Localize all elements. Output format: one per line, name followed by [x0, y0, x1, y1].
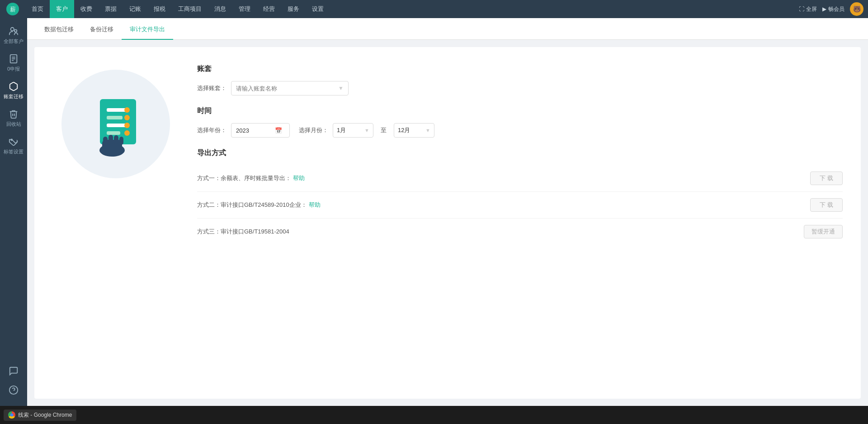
nav-account[interactable]: 记账 [123, 0, 147, 18]
taskbar: 线索 - Google Chrome [0, 406, 868, 424]
svg-rect-25 [119, 137, 123, 145]
nav-tax[interactable]: 报税 [147, 0, 172, 18]
time-form-row: 选择年份： 📅 选择月份： 1月 ▼ 至 12月 ▼ [197, 123, 843, 138]
export-method-2-help-link[interactable]: 帮助 [309, 201, 321, 208]
sidebar-help-button[interactable] [0, 381, 27, 399]
export-method-1-download-button[interactable]: 下 载 [810, 172, 843, 185]
account-select[interactable]: ▼ [231, 81, 349, 95]
chevron-down-icon: ▼ [364, 128, 369, 133]
content-area: 数据包迁移 备份迁移 审计文件导出 [27, 18, 868, 406]
sidebar-item-all-client[interactable]: 全部客户 [0, 22, 27, 49]
month-end-value: 12月 [398, 126, 410, 134]
year-label: 选择年份： [197, 126, 226, 134]
account-form-row: 选择账套： ▼ [197, 81, 843, 95]
account-input[interactable] [236, 85, 326, 92]
tab-backup-migration[interactable]: 备份迁移 [82, 20, 122, 40]
nav-invoice[interactable]: 票据 [99, 0, 123, 18]
export-method-1-label: 方式一：余额表、序时账批量导出：帮助 [197, 174, 806, 182]
sidebar-label-all-client: 全部客户 [4, 38, 24, 45]
page-body: 账套 选择账套： ▼ 时间 选择年份： 📅 选择月份： [34, 47, 861, 399]
nav-operation[interactable]: 经营 [257, 0, 281, 18]
month-end-select[interactable]: 12月 ▼ [394, 123, 434, 138]
top-navigation: 薪 首页 客户 收费 票据 记账 报税 工商项目 消息 管理 经营 服务 设置 … [0, 0, 868, 18]
account-label: 选择账套： [197, 84, 226, 92]
sidebar-item-recycle[interactable]: 回收站 [0, 105, 27, 132]
svg-rect-14 [107, 124, 127, 127]
svg-rect-23 [108, 135, 113, 145]
nav-manage[interactable]: 管理 [232, 0, 257, 18]
svg-rect-24 [114, 135, 118, 145]
tabs-bar: 数据包迁移 备份迁移 审计文件导出 [27, 18, 868, 40]
main-layout: 全部客户 0申报 账套迁移 [0, 18, 868, 406]
svg-rect-22 [103, 137, 108, 145]
tag-icon [9, 137, 19, 147]
nav-business[interactable]: 工商项目 [172, 0, 208, 18]
svg-point-17 [124, 115, 130, 120]
nav-message[interactable]: 消息 [208, 0, 232, 18]
export-method-1-row: 方式一：余额表、序时账批量导出：帮助 下 载 [197, 165, 843, 192]
trash-icon [9, 109, 19, 119]
tab-data-migration[interactable]: 数据包迁移 [36, 20, 82, 40]
illustration-circle [61, 70, 170, 178]
chevron-down-icon: ▼ [425, 128, 430, 133]
vip-button[interactable]: ▶ 畅会员 [822, 5, 844, 13]
month-label: 选择月份： [299, 126, 328, 134]
svg-text:薪: 薪 [10, 6, 16, 13]
export-method-3-open-button[interactable]: 暂缓开通 [804, 225, 843, 238]
export-section-title: 导出方式 [197, 148, 843, 158]
sidebar-item-tag[interactable]: 标签设置 [0, 132, 27, 160]
sidebar-label-recycle: 回收站 [6, 121, 21, 128]
export-section: 导出方式 方式一：余额表、序时账批量导出：帮助 下 载 方式二：审计接口GB/T… [197, 148, 843, 245]
year-input[interactable] [236, 127, 272, 134]
sidebar-item-migration[interactable]: 账套迁移 [0, 77, 27, 105]
sidebar-bottom [0, 362, 27, 406]
export-method-3-label: 方式三：审计接口GB/T19581-2004 [197, 228, 799, 236]
taskbar-item-label: 线索 - Google Chrome [18, 411, 72, 419]
sidebar-label-tag: 标签设置 [4, 148, 24, 155]
declaration-icon [9, 54, 19, 64]
migration-icon [9, 81, 19, 91]
people-icon [9, 26, 19, 36]
export-method-2-row: 方式二：审计接口GB/T24589-2010企业：帮助 下 载 [197, 192, 843, 219]
vip-label: 畅会员 [828, 5, 844, 13]
fullscreen-button[interactable]: ⛶ 全屏 [799, 5, 817, 13]
chrome-icon [8, 411, 15, 419]
avatar[interactable]: 🐻 [850, 2, 863, 16]
nav-settings[interactable]: 设置 [306, 0, 330, 18]
nav-fee[interactable]: 收费 [74, 0, 99, 18]
nav-service[interactable]: 服务 [281, 0, 306, 18]
sidebar-item-declaration[interactable]: 0申报 [0, 49, 27, 77]
svg-point-16 [124, 107, 130, 113]
nav-home[interactable]: 首页 [25, 0, 50, 18]
to-text: 至 [378, 126, 389, 134]
svg-point-3 [14, 29, 17, 32]
form-area: 账套 选择账套： ▼ 时间 选择年份： 📅 选择月份： [179, 61, 843, 385]
svg-point-18 [124, 123, 130, 128]
export-method-2-download-button[interactable]: 下 载 [810, 198, 843, 212]
nav-client[interactable]: 客户 [50, 0, 74, 18]
year-input-container[interactable]: 📅 [231, 123, 290, 138]
account-section-title: 账套 [197, 64, 843, 74]
month-start-value: 1月 [337, 126, 346, 134]
export-method-2-label: 方式二：审计接口GB/T24589-2010企业：帮助 [197, 201, 806, 209]
svg-point-2 [11, 28, 14, 31]
chevron-down-icon: ▼ [338, 85, 344, 91]
app-logo: 薪 [5, 1, 21, 17]
tab-audit-export[interactable]: 审计文件导出 [122, 20, 173, 40]
time-section-title: 时间 [197, 106, 843, 116]
sidebar-label-migration: 账套迁移 [4, 93, 24, 100]
top-nav-right: ⛶ 全屏 ▶ 畅会员 🐻 [799, 2, 863, 16]
calendar-icon: 📅 [275, 127, 282, 134]
export-method-1-help-link[interactable]: 帮助 [293, 175, 305, 181]
svg-point-19 [124, 130, 130, 136]
taskbar-chrome-item[interactable]: 线索 - Google Chrome [4, 410, 76, 421]
nav-items: 首页 客户 收费 票据 记账 报税 工商项目 消息 管理 经营 服务 设置 [25, 0, 799, 18]
sidebar-chat-button[interactable] [0, 362, 27, 380]
month-start-select[interactable]: 1月 ▼ [333, 123, 373, 138]
fullscreen-icon: ⛶ [799, 6, 804, 12]
sidebar: 全部客户 0申报 账套迁移 [0, 18, 27, 406]
sidebar-label-declaration: 0申报 [7, 66, 20, 72]
fullscreen-label: 全屏 [806, 5, 817, 13]
svg-rect-15 [107, 131, 120, 135]
illustration-area [52, 61, 179, 385]
